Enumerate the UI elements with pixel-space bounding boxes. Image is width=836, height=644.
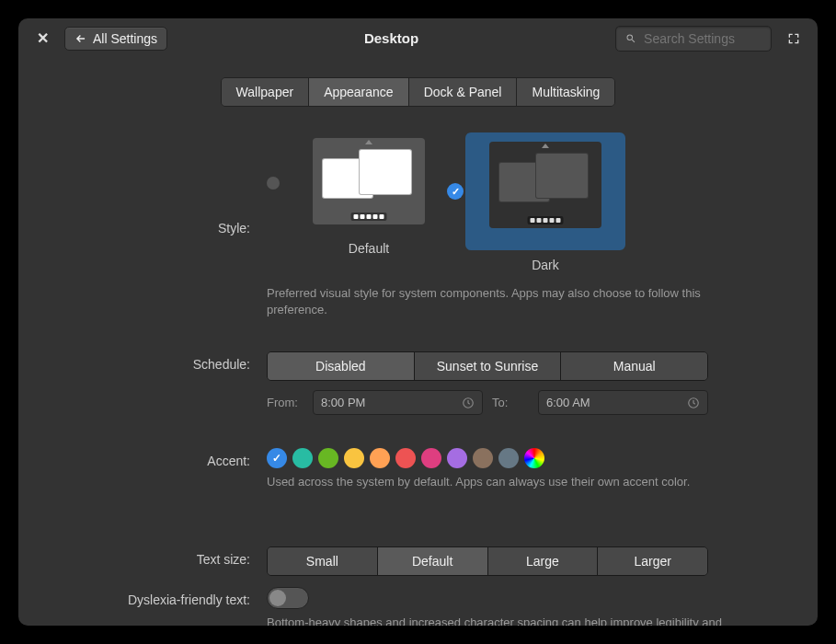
- to-label: To:: [492, 396, 529, 409]
- close-icon: ✕: [37, 29, 49, 47]
- text-size-large[interactable]: Large: [488, 547, 599, 575]
- tab-wallpaper[interactable]: Wallpaper: [222, 78, 310, 106]
- text-size-label: Text size:: [83, 546, 267, 567]
- from-label: From:: [267, 396, 303, 409]
- text-size-default[interactable]: Default: [378, 547, 488, 575]
- schedule-manual[interactable]: Manual: [561, 352, 707, 380]
- tab-appearance[interactable]: Appearance: [309, 78, 409, 106]
- chevron-up-icon: [542, 144, 549, 148]
- from-time-input[interactable]: 8:00 PM: [313, 390, 483, 415]
- text-size-small[interactable]: Small: [268, 547, 378, 575]
- schedule-disabled[interactable]: Disabled: [268, 352, 415, 380]
- text-size-seg-group: Small Default Large Larger: [267, 546, 708, 576]
- style-option-default-label: Default: [349, 241, 389, 256]
- tab-dock-panel[interactable]: Dock & Panel: [409, 78, 518, 106]
- accent-swatch-slate[interactable]: [498, 448, 519, 468]
- schedule-sunset[interactable]: Sunset to Sunrise: [415, 352, 562, 380]
- tab-multitasking[interactable]: Multitasking: [517, 78, 614, 106]
- dyslexia-toggle[interactable]: [267, 587, 309, 609]
- style-option-dark-label: Dark: [532, 258, 559, 272]
- chevron-up-icon: [365, 140, 372, 144]
- style-option-default[interactable]: [292, 132, 445, 234]
- clock-icon: [687, 397, 700, 409]
- row-style: Style:: [83, 132, 753, 318]
- fullscreen-button[interactable]: [781, 26, 807, 52]
- window-title: Desktop: [177, 30, 606, 46]
- selected-check-icon: ✓: [447, 183, 464, 200]
- back-all-settings-button[interactable]: All Settings: [64, 27, 167, 51]
- row-dyslexia: Dyslexia-friendly text: Bottom-heavy sha…: [83, 587, 753, 626]
- accent-swatch-lime[interactable]: [318, 448, 338, 468]
- accent-swatch-grape[interactable]: [447, 448, 467, 468]
- accent-swatch-blueberry[interactable]: [267, 448, 287, 468]
- search-input-wrap[interactable]: [615, 26, 772, 52]
- accent-swatch-cocoa[interactable]: [473, 448, 493, 468]
- accent-swatches: [267, 448, 753, 468]
- accent-swatch-bubblegum[interactable]: [421, 448, 441, 468]
- schedule-seg-group: Disabled Sunset to Sunrise Manual: [267, 351, 708, 381]
- tab-bar: Wallpaper Appearance Dock & Panel Multit…: [83, 77, 753, 107]
- dyslexia-desc: Bottom-heavy shapes and increased charac…: [267, 615, 727, 626]
- search-input[interactable]: [644, 31, 762, 46]
- close-button[interactable]: ✕: [29, 26, 55, 52]
- style-desc: Preferred visual style for system compon…: [267, 285, 727, 318]
- search-icon: [625, 32, 636, 45]
- accent-swatch-banana[interactable]: [344, 448, 364, 468]
- settings-window: ✕ All Settings Desktop Wallpaper Appeara…: [18, 18, 818, 626]
- accent-swatch-orange[interactable]: [370, 448, 390, 468]
- clock-icon: [462, 397, 475, 409]
- tab-group: Wallpaper Appearance Dock & Panel Multit…: [221, 77, 616, 107]
- content: Wallpaper Appearance Dock & Panel Multit…: [18, 59, 818, 626]
- to-time-input[interactable]: 6:00 AM: [538, 390, 708, 415]
- accent-swatch-auto[interactable]: [524, 448, 544, 468]
- back-arrow-icon: [74, 32, 87, 45]
- text-size-larger[interactable]: Larger: [598, 547, 707, 575]
- dyslexia-label: Dyslexia-friendly text:: [83, 587, 267, 607]
- titlebar: ✕ All Settings Desktop: [18, 18, 818, 59]
- loading-dot: [267, 177, 280, 190]
- accent-swatch-mint[interactable]: [292, 448, 313, 468]
- row-accent: Accent: Used across the system by defaul…: [83, 448, 753, 490]
- accent-desc: Used across the system by default. Apps …: [267, 474, 727, 490]
- row-text-size: Text size: Small Default Large Larger: [83, 546, 753, 576]
- style-label: Style:: [83, 215, 267, 236]
- to-time-value: 6:00 AM: [546, 396, 590, 409]
- schedule-label: Schedule:: [83, 351, 267, 372]
- fullscreen-icon: [786, 31, 801, 46]
- accent-label: Accent:: [83, 448, 267, 468]
- accent-swatch-strawberry[interactable]: [395, 448, 416, 468]
- back-label: All Settings: [93, 31, 157, 46]
- style-option-dark[interactable]: [465, 132, 625, 250]
- row-schedule: Schedule: Disabled Sunset to Sunrise Man…: [83, 351, 753, 415]
- from-time-value: 8:00 PM: [321, 396, 365, 409]
